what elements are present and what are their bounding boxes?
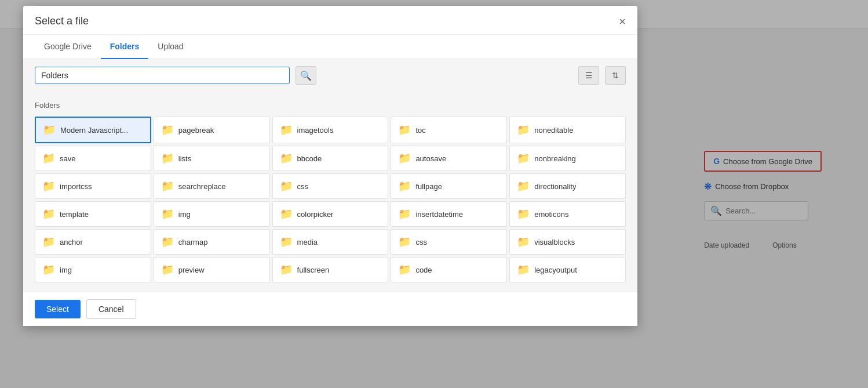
folder-icon: 📁 <box>42 235 55 248</box>
path-input[interactable] <box>35 67 290 84</box>
dialog-title: Select a file <box>35 15 89 27</box>
folder-icon: 📁 <box>161 180 174 193</box>
folder-item[interactable]: 📁legacyoutput <box>509 257 626 282</box>
folder-item[interactable]: 📁importcss <box>35 173 151 199</box>
folder-name: searchreplace <box>178 182 226 191</box>
folder-icon: 📁 <box>398 180 411 193</box>
tab-upload[interactable]: Upload <box>148 35 192 59</box>
folder-icon: 📁 <box>398 263 411 276</box>
folder-item[interactable]: 📁code <box>391 257 507 282</box>
dialog-tabs: Google Drive Folders Upload <box>23 35 637 59</box>
folder-icon: 📁 <box>398 124 411 136</box>
folder-name: noneditable <box>534 126 573 135</box>
folder-item[interactable]: 📁toc <box>391 117 507 143</box>
tab-folders[interactable]: Folders <box>101 35 149 59</box>
folder-item[interactable]: 📁lists <box>154 146 270 171</box>
folder-icon: 📁 <box>517 208 530 220</box>
folder-icon: 📁 <box>517 180 530 193</box>
cancel-button[interactable]: Cancel <box>86 299 136 319</box>
folder-item[interactable]: 📁preview <box>154 257 270 282</box>
folder-icon: 📁 <box>398 208 411 220</box>
folder-item[interactable]: 📁directionality <box>509 173 626 199</box>
folder-icon: 📁 <box>517 152 530 165</box>
dialog-content: Folders 📁Modern Javascript...📁pagebreak📁… <box>23 92 637 292</box>
folder-item[interactable]: 📁searchreplace <box>154 173 270 199</box>
folder-item[interactable]: 📁noneditable <box>509 117 626 143</box>
folder-grid: 📁Modern Javascript...📁pagebreak📁imagetoo… <box>35 117 626 282</box>
folder-name: importcss <box>60 182 92 191</box>
search-icon: 🔍 <box>300 70 312 81</box>
folder-icon: 📁 <box>42 208 55 220</box>
folder-icon: 📁 <box>280 208 293 220</box>
folder-name: code <box>415 266 432 274</box>
folder-item[interactable]: 📁img <box>154 201 270 227</box>
select-button[interactable]: Select <box>35 300 81 318</box>
folder-item[interactable]: 📁img <box>35 257 151 282</box>
folder-icon: 📁 <box>280 263 293 276</box>
folder-icon: 📁 <box>161 152 174 165</box>
folder-name: css <box>297 182 309 191</box>
section-label: Folders <box>35 101 626 110</box>
folder-item[interactable]: 📁save <box>35 146 151 171</box>
tab-google-drive[interactable]: Google Drive <box>35 35 101 59</box>
folder-name: legacyoutput <box>534 266 577 274</box>
folder-name: nonbreaking <box>534 154 576 163</box>
folder-item[interactable]: 📁css <box>272 173 389 199</box>
folder-name: css <box>415 238 427 246</box>
folder-name: directionality <box>534 182 576 191</box>
folder-icon: 📁 <box>517 124 530 136</box>
folder-name: toc <box>415 126 425 135</box>
folder-item[interactable]: 📁colorpicker <box>272 201 389 227</box>
folder-name: emoticons <box>534 210 568 219</box>
folder-name: media <box>297 238 318 246</box>
sort-button[interactable]: ⇅ <box>605 66 626 85</box>
folder-icon: 📁 <box>398 152 411 165</box>
folder-icon: 📁 <box>42 263 55 276</box>
list-view-icon: ☰ <box>585 71 593 80</box>
folder-item[interactable]: 📁charmap <box>154 229 270 255</box>
folder-item[interactable]: 📁visualblocks <box>509 229 626 255</box>
dialog-footer: Select Cancel <box>23 292 637 326</box>
folder-item[interactable]: 📁Modern Javascript... <box>35 117 151 143</box>
dialog-close-button[interactable]: × <box>619 16 626 27</box>
folder-icon: 📁 <box>517 235 530 248</box>
folder-icon: 📁 <box>398 235 411 248</box>
folder-name: Modern Javascript... <box>60 126 128 135</box>
folder-item[interactable]: 📁autosave <box>391 146 507 171</box>
folder-item[interactable]: 📁nonbreaking <box>509 146 626 171</box>
dialog-toolbar: 🔍 ☰ ⇅ <box>23 59 637 92</box>
folder-item[interactable]: 📁bbcode <box>272 146 389 171</box>
folder-name: lists <box>178 154 191 163</box>
folder-icon: 📁 <box>280 124 293 136</box>
folder-name: template <box>60 210 89 219</box>
folder-name: visualblocks <box>534 238 575 246</box>
folder-name: img <box>60 266 72 274</box>
folder-name: colorpicker <box>297 210 334 219</box>
search-button[interactable]: 🔍 <box>296 66 316 85</box>
folder-item[interactable]: 📁css <box>391 229 507 255</box>
folder-icon: 📁 <box>42 152 55 165</box>
folder-item[interactable]: 📁media <box>272 229 389 255</box>
folder-name: insertdatetime <box>415 210 463 219</box>
folder-item[interactable]: 📁emoticons <box>509 201 626 227</box>
list-view-button[interactable]: ☰ <box>578 66 599 85</box>
folder-icon: 📁 <box>43 124 56 136</box>
folder-name: charmap <box>178 238 208 246</box>
folder-icon: 📁 <box>161 263 174 276</box>
folder-name: fullpage <box>415 182 442 191</box>
folder-name: fullscreen <box>297 266 330 274</box>
folder-item[interactable]: 📁fullpage <box>391 173 507 199</box>
folder-icon: 📁 <box>42 180 55 193</box>
folder-item[interactable]: 📁fullscreen <box>272 257 389 282</box>
folder-name: preview <box>178 266 205 274</box>
folder-item[interactable]: 📁template <box>35 201 151 227</box>
folder-item[interactable]: 📁insertdatetime <box>391 201 507 227</box>
folder-icon: 📁 <box>280 180 293 193</box>
folder-name: bbcode <box>297 154 322 163</box>
folder-item[interactable]: 📁anchor <box>35 229 151 255</box>
folder-item[interactable]: 📁pagebreak <box>154 117 270 143</box>
folder-icon: 📁 <box>280 235 293 248</box>
folder-item[interactable]: 📁imagetools <box>272 117 389 143</box>
select-file-dialog: Select a file × Google Drive Folders Upl… <box>23 6 637 326</box>
folder-icon: 📁 <box>161 208 174 220</box>
